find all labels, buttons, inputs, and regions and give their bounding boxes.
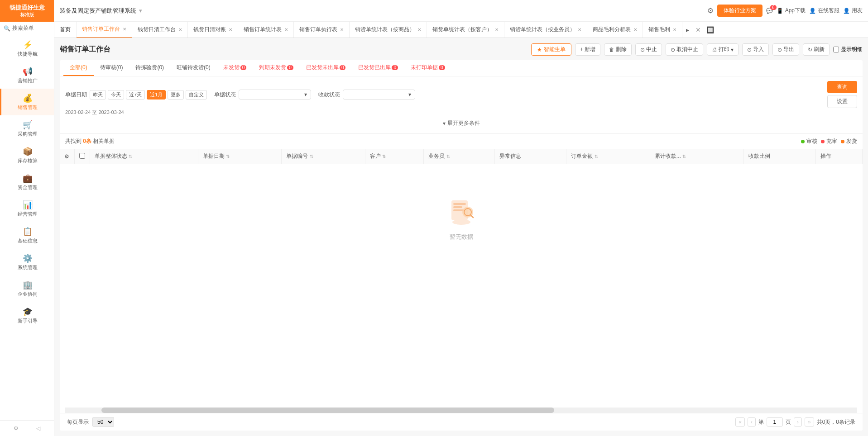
col-customer[interactable]: 客户 ⇅ — [365, 149, 423, 164]
cancel-stop-btn[interactable]: ⊙ 取消中止 — [666, 43, 703, 56]
status-select[interactable]: ▾ — [239, 90, 311, 100]
payment-select[interactable]: ▾ — [343, 90, 415, 100]
sidebar-item-finance[interactable]: 💼 资金管理 — [0, 169, 54, 195]
import-btn[interactable]: ⊙ 导入 — [742, 43, 769, 56]
filter-tab-shipped-not-out[interactable]: 已发货未出库0 — [300, 60, 352, 76]
date-btn-today[interactable]: 今天 — [108, 90, 124, 100]
tab-sales-by-staff[interactable]: 销货单统计表（按业务员） ✕ — [504, 22, 587, 38]
expand-more-btn[interactable]: ▾ 展开更多条件 — [65, 118, 857, 129]
smart-generate-btn[interactable]: ★ 智能生单 — [531, 43, 571, 56]
tab-sales-stats-close[interactable]: ✕ — [284, 27, 288, 32]
trial-btn[interactable]: 体验行业方案 — [717, 5, 762, 17]
delete-btn[interactable]: 🗑 删除 — [604, 43, 632, 56]
tab-sales-by-product-close[interactable]: ✕ — [417, 27, 421, 32]
sidebar-item-purchase[interactable]: 🛒 采购管理 — [0, 115, 54, 142]
dropdown-icon[interactable]: ▾ — [139, 7, 142, 14]
tab-pin-btn[interactable]: ✕ — [693, 26, 704, 33]
sidebar-item-inventory[interactable]: 📦 库存核算 — [0, 142, 54, 169]
col-amount[interactable]: 订单金额 ⇅ — [566, 149, 650, 164]
col-salesperson[interactable]: 业务员 ⇅ — [424, 149, 495, 164]
sidebar-item-marketing[interactable]: 📢 营销推广 — [0, 62, 54, 89]
tab-sales-profit[interactable]: 销售毛利 ✕ — [643, 22, 682, 38]
unreviewed-btn[interactable]: 充审 — [821, 137, 837, 145]
sidebar-item-sales[interactable]: 💰 销售管理 — [0, 89, 54, 115]
prev-page-btn[interactable]: ‹ — [748, 417, 756, 427]
tab-sales-exec-close[interactable]: ✕ — [340, 27, 344, 32]
tab-sales-by-customer-close[interactable]: ✕ — [495, 27, 499, 32]
tab-margin-analysis-close[interactable]: ✕ — [633, 27, 637, 32]
col-settings[interactable]: ⚙ — [60, 149, 74, 164]
tab-sales-by-staff-close[interactable]: ✕ — [578, 27, 581, 32]
online-service-btn[interactable]: 👤 在线客服 — [809, 7, 839, 14]
sidebar-item-quick-nav[interactable]: ⚡ 快捷导航 — [0, 35, 54, 62]
date-btn-last1m[interactable]: 近1月 — [147, 90, 166, 100]
per-page-select[interactable]: 50 — [92, 417, 114, 427]
filter-tab-pending-inspection[interactable]: 待拣验货(0) — [129, 60, 170, 76]
select-all-checkbox[interactable] — [79, 153, 85, 159]
review-btn[interactable]: 审核 — [801, 137, 817, 145]
col-date[interactable]: 单据日期 ⇅ — [198, 149, 282, 164]
date-btn-more[interactable]: 更多 — [168, 90, 184, 100]
sidebar-item-enterprise[interactable]: 🏢 企业协同 — [0, 275, 54, 302]
filter-tab-pending-review[interactable]: 待审核(0) — [94, 60, 129, 76]
col-status[interactable]: 单据整体状态 ⇅ — [90, 149, 198, 164]
tab-sales-order-close[interactable]: ✕ — [123, 27, 126, 32]
date-btn-custom[interactable]: 自定义 — [186, 90, 207, 100]
scrollbar-thumb[interactable] — [101, 408, 554, 413]
add-btn[interactable]: + 新增 — [575, 43, 600, 56]
tab-more-btn[interactable]: ▸ — [682, 26, 693, 33]
tab-cash-daily-close[interactable]: ✕ — [178, 27, 182, 32]
tab-sales-order[interactable]: 销售订单工作台 ✕ — [77, 22, 132, 38]
tab-home[interactable]: 首页 — [54, 22, 77, 38]
date-btn-last7[interactable]: 近7天 — [126, 90, 145, 100]
filter-tab-expired-not-shipped[interactable]: 到期未发货0 — [253, 60, 300, 76]
table-scroll[interactable]: ⚙ 单据整体状态 ⇅ 单据日期 ⇅ 单据编号 — [60, 149, 863, 408]
sort-date-icon: ⇅ — [226, 154, 230, 159]
col-collected[interactable]: 累计收款... ⇅ — [650, 149, 743, 164]
sidebar-collapse-icon[interactable]: ◁ — [36, 425, 40, 431]
query-btn[interactable]: 查询 — [827, 81, 857, 93]
tab-unpin-btn[interactable]: 🔲 — [704, 26, 717, 33]
filter-tab-not-printed[interactable]: 未打印单据0 — [404, 60, 451, 76]
tab-sales-by-customer[interactable]: 销货单统计表（按客户） ✕ — [427, 22, 504, 38]
refresh-btn[interactable]: ↻ 刷新 — [803, 43, 830, 56]
sidebar-item-system[interactable]: ⚙️ 系统管理 — [0, 249, 54, 275]
tab-sales-by-product[interactable]: 销货单统计表（按商品） ✕ — [350, 22, 427, 38]
tab-cash-reconcile-close[interactable]: ✕ — [229, 27, 232, 32]
filter-tab-wangpu[interactable]: 旺铺待发货(0) — [170, 60, 217, 76]
topbar-gear-icon[interactable]: ⚙ — [707, 6, 714, 15]
col-checkbox[interactable] — [74, 149, 90, 164]
show-detail-toggle[interactable]: 显示明细 — [833, 46, 863, 53]
filter-tab-shipped-out[interactable]: 已发货已出库0 — [352, 60, 404, 76]
tab-sales-stats[interactable]: 销售订单统计表 ✕ — [238, 22, 294, 38]
message-btn[interactable]: 💬 6 — [766, 8, 773, 14]
set-btn[interactable]: 设置 — [827, 95, 857, 108]
sidebar-search[interactable]: 🔍 搜索菜单 — [0, 22, 54, 35]
sidebar-item-operations[interactable]: 📊 经营管理 — [0, 195, 54, 222]
tab-cash-reconcile[interactable]: 钱货日清对账 ✕ — [188, 22, 238, 38]
sidebar-settings-icon[interactable]: ⚙ — [14, 425, 19, 431]
sidebar-item-basic-info[interactable]: 📋 基础信息 — [0, 222, 54, 249]
last-page-btn[interactable]: » — [805, 417, 814, 427]
filter-tab-all[interactable]: 全部(0) — [63, 60, 94, 76]
page-input[interactable] — [767, 417, 783, 427]
tab-sales-exec[interactable]: 销售订单执行表 ✕ — [294, 22, 350, 38]
user-btn[interactable]: 👤 用友 — [843, 7, 863, 14]
ship-btn[interactable]: 发货 — [841, 137, 857, 145]
filter-tab-not-shipped[interactable]: 未发货0 — [217, 60, 253, 76]
sidebar-item-guide[interactable]: 🎓 新手引导 — [0, 302, 54, 329]
date-btn-yesterday[interactable]: 昨天 — [90, 90, 106, 100]
empty-text: 暂无数据 — [450, 233, 473, 241]
show-detail-checkbox[interactable] — [833, 47, 839, 52]
app-download-btn[interactable]: 📱 App下载 — [777, 7, 806, 14]
stop-btn[interactable]: ⊙ 中止 — [635, 43, 662, 56]
tab-margin-analysis[interactable]: 商品毛利分析表 ✕ — [587, 22, 643, 38]
tab-cash-daily[interactable]: 钱货日清工作台 ✕ — [132, 22, 188, 38]
tab-sales-profit-close[interactable]: ✕ — [673, 27, 676, 32]
col-number[interactable]: 单据编号 ⇅ — [282, 149, 365, 164]
first-page-btn[interactable]: « — [735, 417, 745, 427]
horizontal-scrollbar[interactable] — [65, 408, 857, 413]
print-btn[interactable]: 🖨 打印 ▾ — [707, 43, 739, 56]
next-page-btn[interactable]: › — [794, 417, 802, 427]
export-btn[interactable]: ⊙ 导出 — [772, 43, 799, 56]
